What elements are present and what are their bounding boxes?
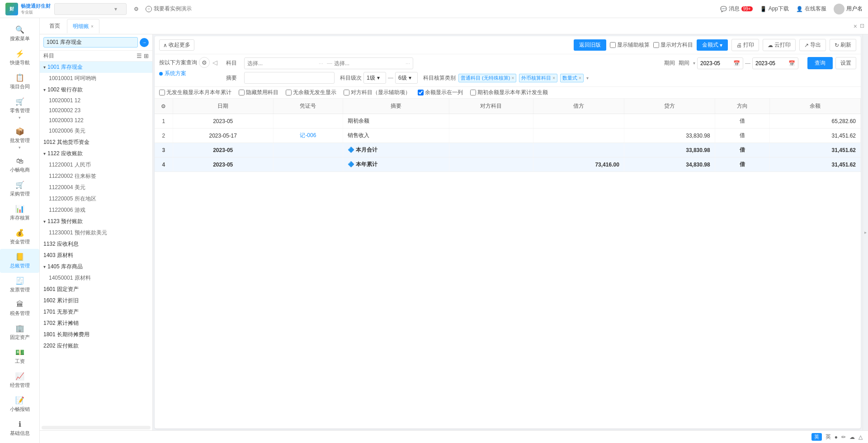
- sidebar-item-search[interactable]: 🔍 搜索菜单: [0, 22, 39, 46]
- print-btn[interactable]: 🖨 打印: [731, 39, 759, 51]
- sidebar-item-wholesale[interactable]: 📦 批发管理 ▾: [0, 124, 39, 153]
- refresh-btn[interactable]: ↻ 刷新: [830, 39, 856, 51]
- tab-close-icon[interactable]: ×: [91, 24, 94, 29]
- tree-item-11220001[interactable]: 11220001 人民币: [40, 159, 152, 171]
- search-dropdown-arrow[interactable]: ▾: [114, 6, 117, 12]
- tree-item-10020001[interactable]: 10020001 12: [40, 95, 152, 105]
- opt-balance-one-col[interactable]: 余额显示在一列: [418, 89, 463, 96]
- show-assist-input[interactable]: [610, 42, 616, 48]
- show-opposite-checkbox[interactable]: 显示对方科目: [653, 41, 693, 49]
- right-collapse-panel[interactable]: ▸: [863, 34, 868, 430]
- sidebar-item-assets[interactable]: 🏢 固定资产: [0, 320, 39, 344]
- bottom-icon-cloud[interactable]: ☁: [849, 434, 855, 440]
- tree-item-1801[interactable]: 1801 长期待摊费用: [40, 329, 152, 340]
- sidebar-item-nav[interactable]: ⚡ 快捷导航: [0, 46, 39, 70]
- tab-restore-icon[interactable]: ⊡: [860, 23, 864, 30]
- demo-link[interactable]: ○ 我要看实例演示: [146, 5, 192, 13]
- search-input[interactable]: [58, 6, 113, 12]
- tree-item-1403[interactable]: 1403 原材料: [40, 250, 152, 261]
- tree-item-1123[interactable]: ▾ 1123 预付账款: [40, 216, 152, 227]
- system-scheme-btn[interactable]: 系统方案: [159, 70, 222, 77]
- sidebar-item-management[interactable]: 📈 经营管理: [0, 368, 39, 392]
- opt-opening-balance[interactable]: 期初余额显示本年累计发生额: [470, 89, 548, 96]
- date-from-field[interactable]: [700, 60, 732, 67]
- export-btn[interactable]: ↗ 导出: [799, 39, 826, 51]
- opt-no-balance-show[interactable]: 无余额无发生显示: [286, 89, 336, 96]
- tree-item-11220004[interactable]: 11220004 美元: [40, 182, 152, 193]
- user-area[interactable]: 用户名: [834, 4, 863, 14]
- tree-item-11220006[interactable]: 11220006 游戏: [40, 205, 152, 216]
- settings-icon-btn[interactable]: ⚙: [130, 3, 142, 15]
- h-scrollbar[interactable]: [42, 426, 151, 429]
- tree-item-11220005[interactable]: 11220005 所在地区: [40, 193, 152, 205]
- col-settings[interactable]: ⚙: [155, 99, 173, 114]
- amount-style-btn[interactable]: 金额式 ▾: [697, 39, 728, 51]
- opt-no-balance[interactable]: 无发生额显示本月本年累计: [159, 89, 231, 96]
- message-btn[interactable]: 💬 消息 99+: [720, 5, 753, 13]
- voucher-link[interactable]: 记-006: [300, 132, 316, 138]
- expand-more-btn[interactable]: ∧ 收起更多: [159, 39, 194, 51]
- navigate-arrow-btn[interactable]: →: [140, 38, 149, 47]
- sidebar-item-salary[interactable]: 💵 工资: [0, 344, 39, 368]
- scheme-collapse-icon[interactable]: ◁: [212, 59, 217, 66]
- tree-item-1602[interactable]: 1602 累计折旧: [40, 295, 152, 306]
- level-from-select[interactable]: 1级 ▾: [363, 72, 386, 84]
- account-input-field-2[interactable]: [334, 60, 402, 67]
- tree-item-1702[interactable]: 1702 累计摊销: [40, 318, 152, 329]
- tag-foreign[interactable]: 外币核算科目 ×: [519, 74, 557, 82]
- sidebar-item-basic[interactable]: ℹ 基础信息: [0, 416, 39, 440]
- bottom-icon-english[interactable]: 英: [826, 433, 831, 441]
- opt-no-balance-show-input[interactable]: [286, 90, 292, 95]
- return-old-btn[interactable]: 返回旧版: [574, 39, 606, 51]
- bottom-icon-upload[interactable]: △: [859, 434, 863, 440]
- tree-item-11230001[interactable]: 11230001 预付账款美元: [40, 227, 152, 238]
- tree-item-14050001[interactable]: 14050001 原材料: [40, 272, 152, 284]
- bottom-icon-2[interactable]: ✏: [841, 434, 846, 440]
- tree-item-11220002[interactable]: 11220002 往来标签: [40, 171, 152, 182]
- opt-opening-balance-input[interactable]: [470, 90, 476, 95]
- opt-opposite-show[interactable]: 对方科目（显示辅助项）: [344, 89, 410, 96]
- sidebar-item-project[interactable]: 📋 项目合同: [0, 70, 39, 94]
- date-to-input[interactable]: 📅: [752, 57, 798, 69]
- opt-no-balance-input[interactable]: [159, 90, 165, 95]
- tag-normal[interactable]: 普通科目 (无特殊核算) ×: [458, 74, 516, 82]
- lang-btn[interactable]: 英: [811, 433, 822, 441]
- summary-filter-input[interactable]: [244, 72, 335, 84]
- online-service-btn[interactable]: 👤 在线客服: [796, 5, 826, 13]
- opt-hide-disabled[interactable]: 隐藏禁用科目: [239, 89, 278, 96]
- summary-input-field[interactable]: [247, 75, 331, 81]
- sidebar-item-purchase[interactable]: 🛒 采购管理: [0, 177, 39, 201]
- query-btn[interactable]: 查询: [807, 57, 833, 69]
- sidebar-item-fund[interactable]: 💰 资金管理: [0, 225, 39, 249]
- tree-item-10020002[interactable]: 10020002 23: [40, 105, 152, 115]
- account-filter-input[interactable]: ··· — ···: [244, 57, 413, 69]
- show-opposite-input[interactable]: [653, 42, 659, 48]
- tag-normal-close[interactable]: ×: [511, 76, 514, 81]
- tag-quantity[interactable]: 数量式 ×: [560, 74, 584, 82]
- level-to-select[interactable]: 6级 ▾: [395, 72, 418, 84]
- tree-item-1012[interactable]: 1012 其他货币资金: [40, 137, 152, 148]
- tree-item-10020006[interactable]: 10020006 美元: [40, 125, 152, 137]
- tree-item-1405[interactable]: ▾ 1405 库存商品: [40, 261, 152, 272]
- tab-home[interactable]: 首页: [43, 19, 66, 33]
- tree-item-1001[interactable]: ▾ 1001 库存现金: [40, 62, 152, 73]
- account-input-field[interactable]: [247, 60, 315, 67]
- cell-voucher[interactable]: 记-006: [273, 129, 343, 143]
- show-assist-checkbox[interactable]: 显示辅助核算: [610, 41, 650, 49]
- tree-item-10020003[interactable]: 10020003 122: [40, 115, 152, 125]
- scheme-settings-btn[interactable]: ⚙: [199, 57, 210, 68]
- sidebar-item-expense[interactable]: 📝 小畅报销: [0, 392, 39, 416]
- opt-opposite-show-input[interactable]: [344, 90, 349, 95]
- tab-detail[interactable]: 明细账 ×: [67, 19, 99, 33]
- sidebar-item-invoice[interactable]: 🧾 发票管理: [0, 273, 39, 297]
- tree-item-1002[interactable]: ▾ 1002 银行存款: [40, 84, 152, 95]
- date-from-input[interactable]: 📅: [697, 57, 743, 69]
- tree-item-1601[interactable]: 1601 固定资产: [40, 284, 152, 295]
- cloud-print-btn[interactable]: ☁ 云打印: [763, 39, 796, 51]
- tree-item-1122[interactable]: ▾ 1122 应收账款: [40, 148, 152, 159]
- search-bar[interactable]: ▾: [54, 3, 127, 15]
- sidebar-item-ledger[interactable]: 📒 总账管理: [0, 249, 39, 273]
- opt-balance-one-col-input[interactable]: [418, 90, 424, 95]
- account-type-dropdown[interactable]: ▾: [586, 76, 589, 81]
- tag-foreign-close[interactable]: ×: [552, 76, 555, 81]
